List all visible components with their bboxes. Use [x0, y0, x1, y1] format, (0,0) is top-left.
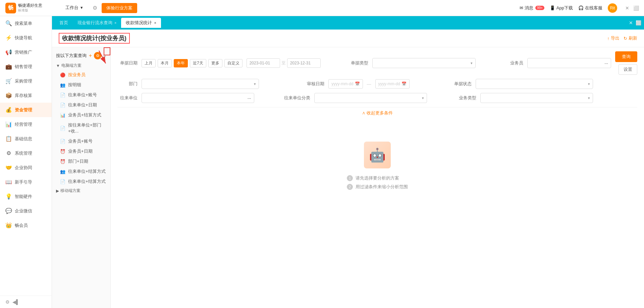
refresh-button[interactable]: ↻ 刷新 — [624, 35, 637, 41]
workspace-dropdown-icon[interactable]: ▾ — [80, 5, 83, 10]
sidebar-item-marketing[interactable]: 📢 营销推广 — [0, 45, 52, 59]
sidebar-item-sales[interactable]: 💼 销售管理 — [0, 59, 52, 74]
scheme-mobile-group[interactable]: ▶ 移动端方案 — [52, 187, 110, 195]
collab-icon: 🤝 — [5, 164, 12, 171]
sidebar-item-hardware[interactable]: 💡 智能硬件 — [0, 189, 52, 204]
sidebar-collapse-btn[interactable]: ◀▌ — [12, 299, 19, 305]
scheme-item-unit-settle1[interactable]: 👥 往来单位+结算方式 — [52, 166, 110, 176]
app-download-item[interactable]: 📱 App下载 — [550, 5, 573, 11]
trial-button[interactable]: 体验行业方案 — [102, 3, 137, 13]
salesperson-more-icon[interactable]: ··· — [604, 61, 608, 66]
preset-this-year[interactable]: 本年 — [174, 59, 188, 67]
scheme-settings-btn[interactable]: ⚙ — [94, 52, 101, 59]
tab-bank-close[interactable]: × — [114, 21, 116, 25]
scheme-active-icon: 🔴 — [60, 72, 65, 78]
query-button[interactable]: 查询 — [615, 51, 637, 62]
window-maximize-btn[interactable]: ⬜ — [633, 5, 639, 11]
salesperson-field[interactable]: ··· — [527, 58, 611, 68]
scheme-unit-dept-icon: 📄 — [60, 126, 65, 131]
date-to-input[interactable]: 2023-12-31 — [287, 58, 321, 68]
scheme-item-salesperson-settle[interactable]: 📊 业务员+结算方式 — [52, 110, 110, 120]
scheme-item-unit-account[interactable]: 📄 往来单位+账号 — [52, 90, 110, 100]
export-button[interactable]: ↑ 导出 — [607, 35, 620, 41]
sidebar-item-system[interactable]: ⚙ 系统管理 — [0, 146, 52, 160]
tab-bank[interactable]: 现金银行流水查询 × — [73, 18, 121, 28]
filter-actions: 查询 设置 — [615, 51, 637, 75]
empty-step-1: 1 请先选择要分析的方案 — [347, 175, 408, 181]
scheme-collapse-btn[interactable]: « — [103, 53, 106, 59]
preset-custom[interactable]: 自定义 — [224, 59, 243, 67]
sidebar-item-search[interactable]: 🔍 搜索菜单 — [0, 16, 52, 31]
tab-maximize-btn[interactable]: ⬜ — [636, 20, 641, 25]
sidebar-settings-btn[interactable]: ⚙ — [5, 299, 10, 305]
preset-more[interactable]: 更多 — [208, 59, 222, 67]
sidebar-item-basic[interactable]: 📋 基础信息 — [0, 132, 52, 146]
business-type-field[interactable]: ▾ — [480, 93, 593, 103]
scheme-unit-date-icon: 📄 — [60, 103, 65, 108]
sidebar-bottom: ⚙ ◀▌ — [0, 296, 52, 308]
dept-field[interactable]: ▾ — [142, 79, 259, 89]
scheme-item-salesperson[interactable]: 🔴 按业务员 — [52, 70, 110, 80]
filter-panel: 单据日期 上月 本月 本年 近7天 更多 自定义 2023-01-01 至 — [111, 47, 644, 308]
app-name: 畅捷通好生意 — [18, 3, 42, 8]
scheme-unit-settle2-icon: 📄 — [60, 179, 65, 184]
top-header: 畅 畅捷通好生意 标准版 工作台 ▾ ⚙ 体验行业方案 ✉ 消息 99+ 📱 A… — [0, 0, 644, 16]
counterpart-field[interactable]: ··· — [142, 93, 254, 103]
page-header: 收款情况统计(按业务员) ↑ 导出 ↻ 刷新 — [52, 30, 644, 47]
header-settings-icon[interactable]: ⚙ — [93, 5, 97, 11]
sidebar-item-member[interactable]: 👑 畅会员 — [0, 218, 52, 233]
sidebar-item-wechat[interactable]: 💬 企业微信 — [0, 204, 52, 218]
header-workspace[interactable]: 工作台 ▾ — [60, 0, 88, 16]
sidebar-item-operation[interactable]: 📊 经营管理 — [0, 117, 52, 132]
review-date-from[interactable]: yyyy-mm-dd 📅 — [328, 79, 363, 89]
app-badge: 标准版 — [18, 8, 42, 13]
sidebar-item-purchase[interactable]: 🛒 采购管理 — [0, 74, 52, 88]
scheme-panel: 按以下方案查询 + ⚙ « ▼ 电脑端方案 🔴 按业务员 — [52, 47, 111, 308]
scheme-item-dept-date[interactable]: ⏰ 部门+日期 — [52, 156, 110, 166]
notification-item[interactable]: ✉ 消息 99+ — [520, 5, 544, 11]
tab-close-win-btn[interactable]: ✕ — [629, 20, 633, 25]
business-type-arrow: ▾ — [588, 96, 590, 100]
user-avatar[interactable]: Rit — [608, 3, 617, 13]
scheme-desktop-group[interactable]: ▼ 电脑端方案 — [52, 61, 110, 70]
scheme-add-btn[interactable]: + — [89, 53, 92, 59]
window-close-btn[interactable]: ✕ — [625, 5, 631, 11]
scheme-salesperson-date-icon: ⏰ — [60, 149, 65, 154]
scheme-item-salesperson-date[interactable]: ⏰ 业务员+日期 — [52, 146, 110, 156]
empty-state: 🤖 1 请先选择要分析的方案 2 用过滤条件来缩小分析范围 — [117, 121, 637, 210]
tab-home[interactable]: 首页 — [55, 18, 73, 28]
settings-button[interactable]: 设置 — [619, 64, 637, 75]
calendar-icon-to[interactable]: 📅 — [401, 82, 407, 86]
doc-type-select[interactable]: ▾ — [372, 58, 476, 68]
scheme-group-arrow: ▼ — [56, 63, 60, 68]
preset-last-month[interactable]: 上月 — [142, 59, 156, 67]
support-icon: 🎧 — [578, 5, 584, 10]
sidebar-item-quicknav[interactable]: ⚡ 快捷导航 — [0, 31, 52, 45]
calendar-icon-from[interactable]: 📅 — [355, 82, 360, 86]
counterpart-more-icon[interactable]: ··· — [248, 96, 251, 101]
scheme-item-salesperson-account[interactable]: 📄 业务员+账号 — [52, 136, 110, 146]
tab-collection[interactable]: 收款情况统计 × — [121, 18, 161, 28]
review-date-to[interactable]: yyyy-mm-dd 📅 — [375, 79, 410, 89]
scheme-header: 按以下方案查询 + ⚙ « — [52, 50, 110, 61]
counterpart-category-arrow: ▾ — [422, 96, 424, 100]
doc-status-field[interactable]: ▾ — [476, 79, 593, 89]
collapse-conditions-btn[interactable]: ∧ 收起更多条件 — [117, 107, 637, 119]
scheme-item-unit-settle2[interactable]: 📄 往来单位+结算方式 — [52, 176, 110, 187]
scheme-item-unit-dept-col[interactable]: 📄 按往来单位+部门+收... — [52, 120, 110, 136]
scheme-item-unit-date[interactable]: 📄 往来单位+日期 — [52, 100, 110, 110]
scheme-item-detail[interactable]: 👥 按明细 — [52, 80, 110, 90]
salesperson-label: 业务员 — [503, 60, 523, 66]
sidebar-item-guide[interactable]: 📖 新手引导 — [0, 175, 52, 189]
date-from-input[interactable]: 2023-01-01 — [247, 58, 280, 68]
sidebar-item-collab[interactable]: 🤝 企业协同 — [0, 160, 52, 175]
preset-this-month[interactable]: 本月 — [158, 59, 172, 67]
notification-count: 99+ — [535, 6, 544, 10]
sidebar-item-finance[interactable]: 💰 资金管理 — [0, 103, 52, 117]
counterpart-category-field[interactable]: ▾ — [314, 93, 427, 103]
sidebar-item-inventory[interactable]: 📦 库存核算 — [0, 88, 52, 103]
tab-collection-close[interactable]: × — [154, 21, 156, 25]
support-item[interactable]: 🎧 在线客服 — [578, 5, 602, 11]
gear-icon: ⚙ — [96, 53, 100, 58]
preset-7days[interactable]: 近7天 — [190, 59, 206, 67]
